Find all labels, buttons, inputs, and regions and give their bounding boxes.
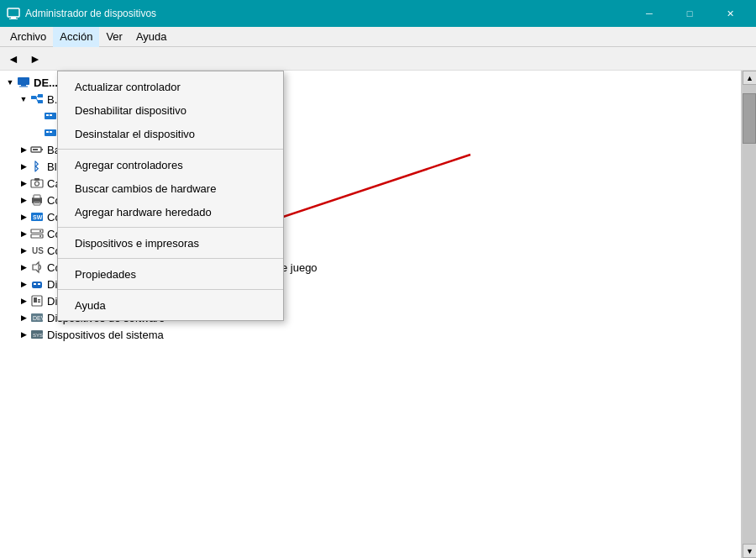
- menu-ver[interactable]: Ver: [99, 27, 129, 47]
- title-bar: Administrador de dispositivos ─ □ ✕: [0, 0, 756, 27]
- menu-archivo[interactable]: Archivo: [3, 27, 53, 47]
- separator-2: [58, 227, 283, 228]
- app-window: Administrador de dispositivos ─ □ ✕ Arch…: [0, 0, 756, 558]
- svg-rect-1: [11, 17, 16, 18]
- menu-item-ayuda[interactable]: Ayuda: [58, 293, 283, 317]
- window-controls: ─ □ ✕: [630, 0, 749, 27]
- menu-item-deshabilitar[interactable]: Deshabilitar dispositivo: [58, 98, 283, 122]
- toolbar: ◄ ►: [0, 47, 756, 71]
- separator-3: [58, 258, 283, 259]
- separator-4: [58, 289, 283, 290]
- close-button[interactable]: ✕: [711, 0, 749, 27]
- menu-ayuda[interactable]: Ayuda: [129, 27, 174, 47]
- menu-item-buscar[interactable]: Buscar cambios de hardware: [58, 176, 283, 200]
- svg-rect-2: [9, 18, 18, 19]
- forward-button[interactable]: ►: [25, 49, 45, 69]
- dropdown-overlay: Actualizar controlador Deshabilitar disp…: [0, 71, 756, 558]
- minimize-button[interactable]: ─: [630, 0, 669, 27]
- menu-item-desinstalar[interactable]: Desinstalar el dispositivo: [58, 122, 283, 145]
- menu-item-agregar-hw[interactable]: Agregar hardware heredado: [58, 200, 283, 224]
- menu-item-agregar-ctrl[interactable]: Agregar controladores: [58, 153, 283, 176]
- separator-1: [58, 149, 283, 150]
- menu-item-actualizar[interactable]: Actualizar controlador: [58, 75, 283, 98]
- back-button[interactable]: ◄: [3, 49, 24, 69]
- menu-bar: Archivo Acción Ver Ayuda: [0, 27, 756, 47]
- maximize-button[interactable]: □: [670, 0, 709, 27]
- app-icon: [7, 7, 20, 20]
- menu-item-propiedades[interactable]: Propiedades: [58, 262, 283, 286]
- svg-line-48: [260, 155, 470, 224]
- svg-rect-0: [8, 8, 19, 17]
- main-area: ▼ DE... ▼: [0, 71, 756, 558]
- menu-item-dispositivos[interactable]: Dispositivos e impresoras: [58, 231, 283, 255]
- window-title: Administrador de dispositivos: [25, 8, 630, 19]
- action-dropdown-menu: Actualizar controlador Deshabilitar disp…: [57, 71, 284, 321]
- menu-accion[interactable]: Acción: [53, 27, 99, 47]
